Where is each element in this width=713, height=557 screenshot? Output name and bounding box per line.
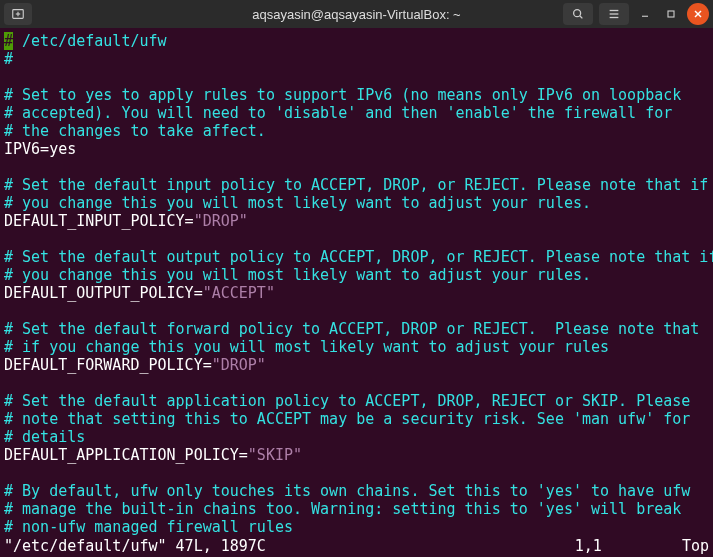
editor-line: # Set the default output policy to ACCEP… [4,248,709,266]
search-icon [571,7,585,21]
comment-text: # Set the default forward policy to ACCE… [4,320,699,338]
editor-line: DEFAULT_INPUT_POLICY="DROP" [4,212,709,230]
editor-line: # [4,50,709,68]
window-title: aqsayasin@aqsayasin-VirtualBox: ~ [252,7,460,22]
editor-line [4,464,709,482]
config-key: DEFAULT_FORWARD_POLICY= [4,356,212,374]
titlebar-left [4,3,32,25]
comment-text: # if you change this you will most likel… [4,338,609,356]
editor-line: # /etc/default/ufw [4,32,709,50]
comment-text: # Set to yes to apply rules to support I… [4,86,681,104]
status-spacer [266,537,575,555]
editor-line: DEFAULT_OUTPUT_POLICY="ACCEPT" [4,284,709,302]
editor-line: DEFAULT_FORWARD_POLICY="DROP" [4,356,709,374]
config-key: DEFAULT_OUTPUT_POLICY= [4,284,203,302]
editor-line: # non-ufw managed firewall rules [4,518,709,536]
maximize-button[interactable] [661,4,681,24]
svg-line-4 [580,16,583,19]
editor-line: # you change this you will most likely w… [4,194,709,212]
comment-text: /etc/default/ufw [13,32,167,50]
editor-line [4,68,709,86]
editor-line: DEFAULT_APPLICATION_POLICY="SKIP" [4,446,709,464]
comment-text: # Set the default application policy to … [4,392,690,410]
comment-text: # you change this you will most likely w… [4,194,591,212]
vim-status-line: "/etc/default/ufw" 47L, 1897C 1,1 Top [0,537,713,557]
editor-line: # details [4,428,709,446]
status-position: 1,1 [575,537,682,555]
titlebar: aqsayasin@aqsayasin-VirtualBox: ~ [0,0,713,28]
editor-line [4,230,709,248]
config-value: "ACCEPT" [203,284,275,302]
editor-line: IPV6=yes [4,140,709,158]
comment-text: # Set the default output policy to ACCEP… [4,248,713,266]
status-scroll: Top [682,537,709,555]
editor-line: # Set the default application policy to … [4,392,709,410]
new-tab-button[interactable] [4,3,32,25]
comment-text: # note that setting this to ACCEPT may b… [4,410,690,428]
config-value: "DROP" [194,212,248,230]
close-icon [692,8,704,20]
status-file: "/etc/default/ufw" 47L, 1897C [4,537,266,555]
search-button[interactable] [563,3,593,25]
minimize-icon [639,8,651,20]
config-value: "SKIP" [248,446,302,464]
comment-text: # details [4,428,85,446]
editor-line: # By default, ufw only touches its own c… [4,482,709,500]
comment-text: # you change this you will most likely w… [4,266,591,284]
editor-line: # Set the default forward policy to ACCE… [4,320,709,338]
editor-line: # accepted). You will need to 'disable' … [4,104,709,122]
editor-line: # note that setting this to ACCEPT may b… [4,410,709,428]
comment-text: # non-ufw managed firewall rules [4,518,293,536]
maximize-icon [665,8,677,20]
editor-line: # if you change this you will most likel… [4,338,709,356]
editor-line: # Set the default input policy to ACCEPT… [4,176,709,194]
editor-line: # manage the built-in chains too. Warnin… [4,500,709,518]
titlebar-right [563,3,709,25]
editor-line: # Set to yes to apply rules to support I… [4,86,709,104]
editor-line: # you change this you will most likely w… [4,266,709,284]
cursor: # [4,32,13,50]
config-key: DEFAULT_APPLICATION_POLICY= [4,446,248,464]
config-key: DEFAULT_INPUT_POLICY= [4,212,194,230]
svg-rect-9 [668,11,674,17]
comment-text: # By default, ufw only touches its own c… [4,482,690,500]
comment-text: # manage the built-in chains too. Warnin… [4,500,681,518]
close-button[interactable] [687,3,709,25]
comment-text: # accepted). You will need to 'disable' … [4,104,672,122]
new-tab-icon [11,7,25,21]
minimize-button[interactable] [635,4,655,24]
comment-text: # Set the default input policy to ACCEPT… [4,176,708,194]
terminal-editor[interactable]: # /etc/default/ufw# # Set to yes to appl… [0,28,713,540]
comment-text: # the changes to take affect. [4,122,266,140]
menu-button[interactable] [599,3,629,25]
editor-line [4,158,709,176]
comment-text: # [4,50,13,68]
hamburger-icon [607,7,621,21]
editor-line: # the changes to take affect. [4,122,709,140]
svg-point-3 [574,10,581,17]
editor-line [4,302,709,320]
config-value: "DROP" [212,356,266,374]
editor-line [4,374,709,392]
